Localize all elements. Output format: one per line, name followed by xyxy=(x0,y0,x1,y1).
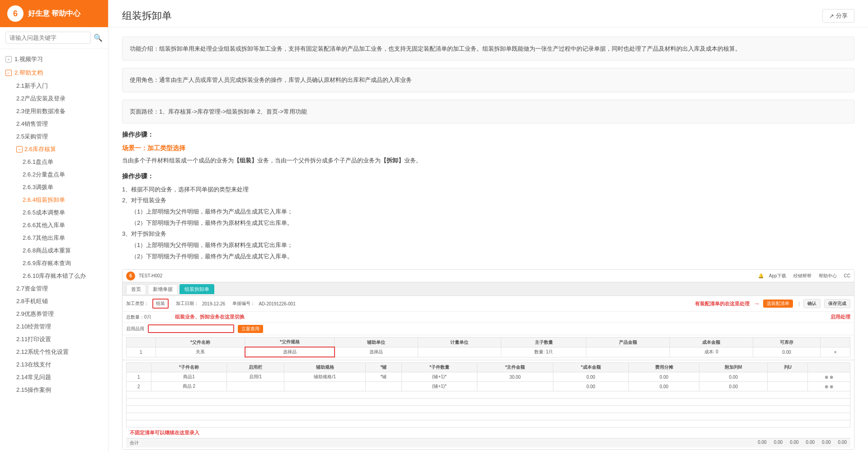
nav-item-2-1[interactable]: 2.1新手入门 xyxy=(16,80,108,92)
search-box: 🔍 xyxy=(0,27,108,49)
col-aux-unit: 辅助单位 xyxy=(335,338,418,347)
table-row xyxy=(127,413,850,420)
table-row: 1 关系 选择品 选择品 数量: 1只 成本: 0 0.00 × xyxy=(127,347,850,357)
tab-home[interactable]: 首页 xyxy=(126,284,146,294)
nav-item-2-4[interactable]: 2.4销售管理 xyxy=(16,118,108,130)
scene-desc: 当由多个子件材料组装成一个成品的业务为【组装】业务，当由一个父件拆分成多个子产品… xyxy=(122,155,854,166)
confirm-button[interactable]: 确认 xyxy=(803,299,821,308)
nav-item-2-6-2[interactable]: 2.6.2分量盘点单 xyxy=(23,168,108,181)
totals-row: 合计 0.00 0.00 0.00 0.00 0.00 0.00 xyxy=(126,438,850,447)
nav-item-2-11[interactable]: 2.11打印设置 xyxy=(16,333,108,346)
col-qty: 主子数量 xyxy=(501,338,586,347)
nav-item-2-6-6[interactable]: 2.6.6其他入库单 xyxy=(23,219,108,232)
nav-section-2[interactable]: − 2.帮助文档 xyxy=(0,66,108,80)
sub-col-cost: *成本金额 xyxy=(553,363,629,372)
nav-item-2-6-10[interactable]: 2.6.10库存账本错了么办 xyxy=(23,270,108,282)
sub-cell-idx-2: 2 xyxy=(127,382,151,391)
enable-label: 启用品用 xyxy=(126,326,144,332)
col-action xyxy=(821,338,850,347)
parent-table-container: *父件名称 *父件规格 辅助单位 计量单位 主子数量 产品金额 成本金额 可库存 xyxy=(123,335,854,359)
annotation-arrow-1: → xyxy=(753,300,760,307)
tab-assembly[interactable]: 组装拆卸单 xyxy=(179,284,214,294)
sub-cell-enable-2 xyxy=(227,382,284,391)
annotation-has-bom: 有装配清单的在这里处理 xyxy=(695,300,750,307)
notification-icon: 🔔 xyxy=(758,273,764,278)
nav-item-2-6-1[interactable]: 2.6.1盘点单 xyxy=(23,156,108,168)
nav-item-2-9[interactable]: 2.9优惠券管理 xyxy=(16,308,108,320)
sub-cell-aux-2 xyxy=(366,382,401,391)
sub-cell-qty-2: (辅+1)* xyxy=(401,382,477,391)
annotation-enable: 启用处理 xyxy=(830,314,850,320)
sub-cell-aux-1: *辅 xyxy=(366,372,401,382)
form-date-value: 2019-12-26 xyxy=(202,301,225,306)
cell-aux: 选择品 xyxy=(335,347,418,357)
nav-item-2-8[interactable]: 2.8手机旺铺 xyxy=(16,295,108,308)
nav-item-2-6-5[interactable]: 2.6.5成本调整单 xyxy=(23,206,108,219)
nav-item-2-6-4[interactable]: 2.6.4组装拆卸单 xyxy=(23,194,108,206)
save-button[interactable]: 保存完成 xyxy=(824,299,850,308)
share-button[interactable]: ↗ 分享 xyxy=(822,9,854,23)
cell-parent-spec[interactable]: 选择品 xyxy=(245,347,335,357)
empty-row-4 xyxy=(127,413,850,420)
total-val-6: 0.00 xyxy=(838,440,847,446)
sub-col-m: 附加列M xyxy=(699,363,768,372)
cell-index: 1 xyxy=(127,347,156,357)
search-input[interactable] xyxy=(5,32,91,44)
nav-item-2-10[interactable]: 2.10经营管理 xyxy=(16,320,108,333)
sub-col-u: 列U xyxy=(768,363,808,372)
table-row xyxy=(127,420,850,428)
nav-item-2-6-7[interactable]: 2.6.7其他出库单 xyxy=(23,232,108,244)
nav-item-2-6-8[interactable]: 2.6.8商品成本重算 xyxy=(23,244,108,257)
nav-item-2-15[interactable]: 2.15操作案例 xyxy=(16,384,108,396)
cell-del[interactable]: × xyxy=(821,347,850,357)
total-count-label: 总数量：0只 xyxy=(126,314,151,320)
nav-sub-2: 2.1新手入门 2.2产品安装及登录 2.3使用前数据准备 2.4销售管理 2.… xyxy=(0,80,108,396)
annotation-switch: 组装业务、拆卸业务在这里切换 xyxy=(175,314,245,320)
app-sub-row: 总数量：0只 组装业务、拆卸业务在这里切换 启用处理 xyxy=(123,312,854,323)
sub-cell-del-2[interactable]: ⊕ ⊗ xyxy=(808,382,850,391)
sub-col-enable: 启用栏 xyxy=(227,363,284,372)
separator-1: | xyxy=(798,301,800,306)
parent-table: *父件名称 *父件规格 辅助单位 计量单位 主子数量 产品金额 成本金额 可库存 xyxy=(126,337,850,357)
nav-item-2-3[interactable]: 2.3使用前数据准备 xyxy=(16,105,108,118)
sub-col-expense: 费用分摊 xyxy=(629,363,699,372)
go-button[interactable]: 立案查用 xyxy=(238,325,263,333)
total-val-5: 0.00 xyxy=(822,440,830,446)
nav-item-2-12[interactable]: 2.12系统个性化设置 xyxy=(16,346,108,358)
nav-item-2-14[interactable]: 2.14常见问题 xyxy=(16,371,108,384)
sub-cell-del-1[interactable]: ⊕ ⊗ xyxy=(808,372,850,382)
total-val-2: 0.00 xyxy=(774,440,783,446)
sub-col-aux2: *辅 xyxy=(366,363,401,372)
nav-item-2-6[interactable]: − 2.6库存核算 xyxy=(16,143,108,156)
step-2-1: （1）上部明细为父件明细，最终作为产成品生成其它入库单； xyxy=(131,206,854,218)
form-bill-label: 单据编号： xyxy=(232,300,255,307)
nav-section-1-label: 1.视频学习 xyxy=(14,55,43,63)
sidebar-header: 6 好生意 帮助中心 xyxy=(0,0,108,27)
cell-qty-val: 数量: 1只 xyxy=(501,347,586,357)
form-date-label: 加工日期： xyxy=(176,300,198,307)
search-button[interactable]: 🔍 xyxy=(94,33,103,42)
share-label: 分享 xyxy=(836,12,848,20)
nav-item-2-2[interactable]: 2.2产品安装及登录 xyxy=(16,92,108,105)
nav-item-2-6-3[interactable]: 2.6.3调拨单 xyxy=(23,181,108,194)
nav-sub-2-6: 2.6.1盘点单 2.6.2分量盘点单 2.6.3调拨单 2.6.4组装拆卸单 … xyxy=(16,156,108,282)
empty-row-1 xyxy=(127,391,850,399)
table-row: 1 商品1 启用/1 辅助规格/1 *辅 (辅+1)* 30.00 0.00 0… xyxy=(127,372,850,382)
sub-cell-cost-2: 0.00 xyxy=(553,382,629,391)
form-type-value[interactable]: 组装 xyxy=(152,299,169,309)
nav-item-2-5[interactable]: 2.5采购管理 xyxy=(16,130,108,143)
nav-item-2-7[interactable]: 2.7资金管理 xyxy=(16,282,108,295)
app-form-toolbar: 加工类型： 组装 加工日期： 2019-12-26 单据编号： AD-20191… xyxy=(123,296,854,312)
nav-item-2-6-9[interactable]: 2.6.9库存账本查询 xyxy=(23,257,108,270)
page-header: 组装拆卸单 ↗ 分享 xyxy=(108,0,868,28)
nav-section-1[interactable]: + 1.视频学习 xyxy=(0,52,108,66)
share-icon: ↗ xyxy=(829,13,834,19)
total-label: 合计 xyxy=(130,440,139,446)
col-parent-spec: *父件规格 xyxy=(245,338,335,347)
tab-new-order[interactable]: 新增单据 xyxy=(148,284,178,294)
select-bom-button[interactable]: 选装配清单 xyxy=(763,300,793,308)
sub-cell-exp-2: 0.00 xyxy=(629,382,699,391)
sub-cell-spec-1: 辅助规格/1 xyxy=(284,372,366,382)
nav-item-2-13[interactable]: 2.13在线支付 xyxy=(16,358,108,371)
enable-input[interactable] xyxy=(148,324,234,333)
